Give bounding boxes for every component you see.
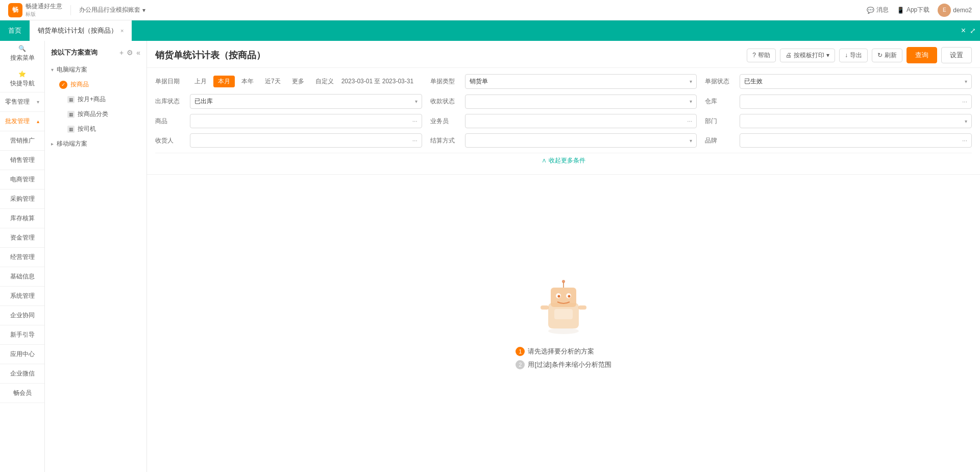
date-quick-buttons: 上月 本月 本年 近7天 更多 自定义 xyxy=(190,76,338,87)
sidebar-item-basic[interactable]: 基础信息 xyxy=(0,267,44,287)
date-btn-this-month[interactable]: 本月 xyxy=(213,76,235,87)
doc-status-select[interactable]: 已生效 ▾ xyxy=(740,74,972,89)
dots-icon[interactable]: ··· xyxy=(412,137,418,144)
tree-item-by-month-goods[interactable]: ▦ 按月+商品 xyxy=(45,92,146,107)
collapse-panel-button[interactable]: « xyxy=(136,49,140,57)
date-range-display: 2023-03-01 至 2023-03-31 xyxy=(341,77,413,86)
dept-select[interactable]: ▾ xyxy=(740,114,972,128)
tree-group-pc-header[interactable]: ▾ 电脑端方案 xyxy=(45,62,146,77)
sidebar-item-system[interactable]: 系统管理 xyxy=(0,287,44,306)
logo-text: 畅捷通好生意 标版 xyxy=(26,2,62,18)
date-btn-last-month[interactable]: 上月 xyxy=(190,76,211,87)
print-icon: 🖨 xyxy=(786,52,792,59)
maximize-window-icon[interactable]: ⤢ xyxy=(970,27,976,35)
select-arrow-icon: ▾ xyxy=(965,79,967,84)
sidebar-item-member[interactable]: 畅会员 xyxy=(0,384,44,403)
refresh-icon: ↻ xyxy=(877,52,883,59)
sidebar-item-marketing[interactable]: 营销推广 xyxy=(0,131,44,151)
sidebar-item-retail[interactable]: 零售管理 ▾ xyxy=(0,92,44,112)
chevron-right-icon: ▾ xyxy=(37,99,39,105)
top-bar-right: 💬 消息 📱 App下载 E demo2 xyxy=(867,4,972,17)
dots-icon[interactable]: ··· xyxy=(962,137,967,144)
filter-item-payment-status: 收款状态 ▾ xyxy=(430,95,697,109)
filter-tree: ▾ 电脑端方案 ✓ 按商品 ▦ 按月+商品 ▦ 按商品分类 xyxy=(45,60,146,153)
filter-row-2: 出库状态 已出库 ▾ 收款状态 ▾ 仓库 xyxy=(155,94,972,109)
export-button[interactable]: ↓ 导出 xyxy=(839,49,868,62)
dots-icon[interactable]: ··· xyxy=(687,117,692,125)
sidebar-item-guide[interactable]: 新手引导 xyxy=(0,325,44,345)
filter-panel-actions: + ⚙ « xyxy=(119,49,140,57)
refresh-button[interactable]: ↻ 刷新 xyxy=(872,49,902,62)
brand-input[interactable]: ··· xyxy=(740,133,972,148)
sidebar-item-sales[interactable]: 销售管理 xyxy=(0,151,44,170)
top-bar-left: 畅 畅捷通好生意 标版 办公用品行业模拟账套 ▾ xyxy=(8,2,145,18)
sidebar-item-search[interactable]: 🔍 搜索菜单 xyxy=(0,41,44,66)
sidebar-item-ecommerce[interactable]: 电商管理 xyxy=(0,170,44,190)
help-button[interactable]: ? 帮助 xyxy=(747,49,776,62)
warehouse-input[interactable]: ··· xyxy=(740,95,972,109)
receiver-input[interactable]: ··· xyxy=(190,133,422,148)
logo-icon: 畅 xyxy=(8,3,22,17)
sidebar-item-purchase[interactable]: 采购管理 xyxy=(0,190,44,209)
download-icon: 📱 xyxy=(897,7,904,14)
staff-input[interactable]: ··· xyxy=(465,114,697,128)
messages-button[interactable]: 💬 消息 xyxy=(867,6,889,14)
filter-item-warehouse-status: 出库状态 已出库 ▾ xyxy=(155,94,422,109)
setting-scheme-button[interactable]: ⚙ xyxy=(127,49,133,57)
sidebar-item-operation[interactable]: 经营管理 xyxy=(0,248,44,267)
tree-item-by-goods[interactable]: ✓ 按商品 xyxy=(45,77,146,92)
collapse-more-conditions-button[interactable]: ∧ 收起更多条件 xyxy=(155,153,972,168)
tab-active[interactable]: 销货单统计计划（按商品） × xyxy=(30,20,132,41)
sidebar-item-enterprise[interactable]: 企业协同 xyxy=(0,306,44,325)
goods-input[interactable]: ··· xyxy=(190,114,422,128)
tree-group-mobile-header[interactable]: ▸ 移动端方案 xyxy=(45,136,146,151)
payment-status-select[interactable]: ▾ xyxy=(465,95,697,109)
empty-message-1: 1 请先选择要分析的方案 xyxy=(516,347,611,356)
scheme-icon: ▦ xyxy=(67,126,75,133)
filter-item-brand: 品牌 ··· xyxy=(705,133,972,148)
filter-item-goods: 商品 ··· xyxy=(155,114,422,128)
warehouse-status-select[interactable]: 已出库 ▾ xyxy=(190,94,422,109)
payment-method-select[interactable]: ▾ xyxy=(465,133,697,148)
empty-message-2: 2 用[过滤]条件来缩小分析范围 xyxy=(516,360,611,369)
print-button[interactable]: 🖨 按模板打印 ▾ xyxy=(780,49,835,62)
app-download-button[interactable]: 📱 App下载 xyxy=(897,6,929,14)
divider xyxy=(70,5,71,15)
date-btn-more[interactable]: 更多 xyxy=(287,76,309,87)
sidebar-item-wechat[interactable]: 企业微信 xyxy=(0,364,44,384)
sidebar-item-wholesale[interactable]: 批发管理 ▴ xyxy=(0,112,44,131)
industry-selector[interactable]: 办公用品行业模拟账套 ▾ xyxy=(79,6,145,14)
empty-illustration xyxy=(533,277,594,339)
user-menu[interactable]: E demo2 xyxy=(938,4,972,17)
filter-panel-header: 按以下方案查询 + ⚙ « xyxy=(45,45,146,60)
page-header: 销货单统计计表（按商品） ? 帮助 🖨 按模板打印 ▾ ↓ 导出 xyxy=(147,41,980,68)
svg-point-5 xyxy=(558,295,560,298)
filter-item-receiver: 收货人 ··· xyxy=(155,133,422,148)
svg-rect-2 xyxy=(551,288,576,307)
date-btn-last-7[interactable]: 近7天 xyxy=(260,76,285,87)
close-window-icon[interactable]: × xyxy=(961,26,966,35)
dots-icon[interactable]: ··· xyxy=(412,117,418,125)
sidebar-item-inventory[interactable]: 库存核算 xyxy=(0,209,44,228)
sidebar-item-appstore[interactable]: 应用中心 xyxy=(0,345,44,364)
help-icon: ? xyxy=(752,52,756,59)
setting-button[interactable]: 设置 xyxy=(941,47,972,63)
tab-home[interactable]: 首页 xyxy=(0,20,30,41)
filter-row-3: 商品 ··· 业务员 ··· 部门 xyxy=(155,114,972,128)
date-btn-this-year[interactable]: 本年 xyxy=(237,76,258,87)
sidebar-item-quicknav[interactable]: ⭐ 快捷导航 xyxy=(0,66,44,92)
main-content: 销货单统计计表（按商品） ? 帮助 🖨 按模板打印 ▾ ↓ 导出 xyxy=(147,41,980,472)
query-button[interactable]: 查询 xyxy=(906,47,937,63)
date-btn-custom[interactable]: 自定义 xyxy=(311,76,338,87)
filter-item-date: 单据日期 上月 本月 本年 近7天 更多 自定义 2023-03-01 至 20… xyxy=(155,76,422,87)
doc-type-select[interactable]: 销货单 ▾ xyxy=(465,74,697,89)
filter-panel: 按以下方案查询 + ⚙ « ▾ 电脑端方案 ✓ 按商品 xyxy=(45,41,147,472)
tree-item-by-cashier[interactable]: ▦ 按司机 xyxy=(45,122,146,136)
scheme-icon: ▦ xyxy=(67,96,75,103)
dots-icon[interactable]: ··· xyxy=(962,98,967,105)
tab-close-icon[interactable]: × xyxy=(120,28,124,34)
tree-item-by-goods-category[interactable]: ▦ 按商品分类 xyxy=(45,107,146,122)
add-scheme-button[interactable]: + xyxy=(119,49,124,57)
tab-bar: 首页 销货单统计计划（按商品） × × ⤢ xyxy=(0,20,980,41)
sidebar-item-finance[interactable]: 资金管理 xyxy=(0,228,44,248)
